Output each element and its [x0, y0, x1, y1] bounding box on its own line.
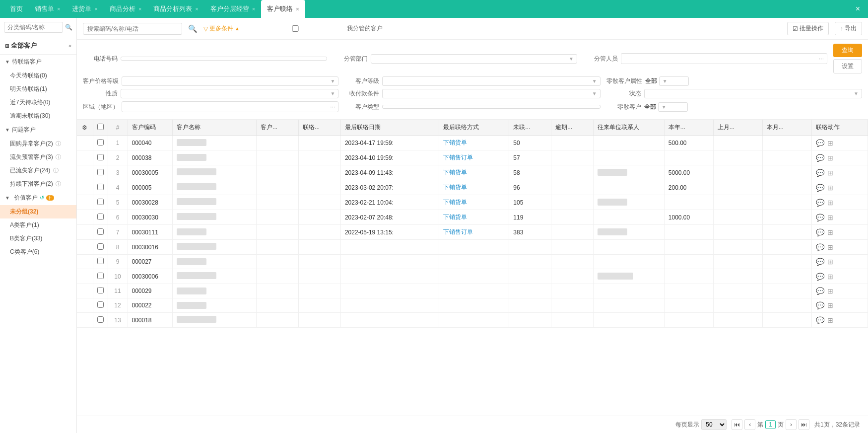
prev-page-button[interactable]: ‹	[744, 419, 755, 430]
sidebar-item-persistent-decline[interactable]: 持续下滑客户(2) ⓘ	[0, 177, 76, 191]
tab-sales[interactable]: 销售单 ×	[29, 0, 66, 18]
close-icon[interactable]: ×	[296, 6, 299, 12]
payment-terms-input[interactable]: ▼	[382, 89, 600, 98]
contact-method-link[interactable]: 下销货单	[443, 139, 467, 146]
table-no-contact-header[interactable]: 未联...	[509, 120, 551, 136]
close-icon[interactable]: ×	[94, 6, 97, 12]
row-checkbox-cell[interactable]	[93, 165, 108, 180]
reset-button[interactable]: 设置	[833, 59, 862, 73]
chat-icon[interactable]: 💬	[816, 258, 824, 266]
tab-customer-segment[interactable]: 客户分层经营 ×	[204, 0, 261, 18]
chat-icon[interactable]: 💬	[816, 184, 824, 192]
contact-method-link[interactable]: 下销售订单	[443, 154, 473, 161]
table-name-header[interactable]: 客户名称	[172, 120, 257, 136]
row-checkbox-cell[interactable]	[93, 180, 108, 195]
search-button[interactable]: 🔍	[188, 24, 198, 33]
customer-level-input[interactable]: ▼	[382, 76, 600, 86]
row-checkbox[interactable]	[97, 258, 104, 264]
chat-icon[interactable]: 💬	[816, 301, 824, 309]
select-all-checkbox[interactable]	[97, 124, 104, 130]
sidebar-item-loss-warning[interactable]: 流失预警客户(3) ⓘ	[0, 150, 76, 164]
table-last-contact-date-header[interactable]: 最后联络日期	[340, 120, 439, 136]
row-checkbox[interactable]	[97, 169, 104, 175]
sidebar-item-tomorrow[interactable]: 明天待联络(1)	[0, 82, 76, 96]
chat-icon[interactable]: 💬	[816, 169, 824, 177]
close-icon[interactable]: ×	[57, 6, 60, 12]
sidebar-item-abnormal-purchase[interactable]: 固购异常客户(2) ⓘ	[0, 137, 76, 150]
row-checkbox[interactable]	[97, 214, 104, 220]
row-checkbox-cell[interactable]	[93, 195, 108, 210]
customer-type-input[interactable]	[382, 105, 600, 109]
table-last-month-header[interactable]: 上月...	[713, 120, 762, 136]
close-icon[interactable]: ×	[195, 6, 198, 12]
table-contact-person-header[interactable]: 往来单位联系人	[593, 120, 664, 136]
status-input[interactable]: ▼	[644, 89, 862, 98]
sidebar-group-problem-customers[interactable]: ▼ 问题客户	[0, 123, 76, 137]
query-button[interactable]: 查询	[833, 44, 862, 57]
table-this-year-header[interactable]: 本年...	[664, 120, 713, 136]
more-conditions-button[interactable]: ▽ 更多条件 ▲	[203, 24, 240, 33]
grid-icon[interactable]: ⊞	[827, 258, 833, 266]
chat-icon[interactable]: 💬	[816, 287, 824, 295]
row-checkbox-cell[interactable]	[93, 136, 108, 150]
row-checkbox[interactable]	[97, 287, 104, 293]
row-checkbox[interactable]	[97, 154, 104, 160]
sidebar-item-lost[interactable]: 已流失客户(24) ⓘ	[0, 164, 76, 177]
chat-icon[interactable]: 💬	[816, 243, 824, 251]
grid-icon[interactable]: ⊞	[827, 301, 833, 309]
chat-icon[interactable]: 💬	[816, 214, 824, 221]
phone-input[interactable]	[121, 57, 327, 61]
export-button[interactable]: ↑ 导出	[835, 22, 862, 35]
grid-icon[interactable]: ⊞	[827, 154, 833, 162]
department-input[interactable]: ▼	[371, 54, 577, 64]
row-checkbox-cell[interactable]	[93, 150, 108, 165]
table-last-contact-method-header[interactable]: 最后联络方式	[439, 120, 509, 136]
per-page-select[interactable]: 50 100 200	[701, 419, 727, 430]
row-checkbox-cell[interactable]	[93, 284, 108, 298]
sidebar-item-group-b[interactable]: B类客户(33)	[0, 232, 76, 245]
window-close-button[interactable]: ×	[852, 4, 864, 13]
chat-icon[interactable]: 💬	[816, 139, 824, 147]
close-icon[interactable]: ×	[138, 6, 141, 12]
region-input[interactable]: ···	[122, 101, 338, 112]
row-checkbox-cell[interactable]	[93, 240, 108, 255]
row-checkbox[interactable]	[97, 228, 104, 235]
search-icon[interactable]: 🔍	[65, 24, 72, 31]
grid-icon[interactable]: ⊞	[827, 273, 833, 281]
row-checkbox-cell[interactable]	[93, 225, 108, 240]
chat-icon[interactable]: 💬	[816, 199, 824, 207]
contact-method-link[interactable]: 下销货单	[443, 184, 467, 191]
row-checkbox[interactable]	[97, 139, 104, 145]
retail-attr-input[interactable]: ▼	[659, 76, 689, 86]
grid-icon[interactable]: ⊞	[827, 169, 833, 177]
row-checkbox-cell[interactable]	[93, 255, 108, 269]
tab-product-analysis-list[interactable]: 商品分析列表 ×	[147, 0, 204, 18]
first-page-button[interactable]: ⏮	[732, 419, 742, 430]
sidebar-item-unclassified[interactable]: 未分组(32)	[0, 205, 76, 218]
contact-method-link[interactable]: 下销售订单	[443, 228, 473, 235]
row-checkbox-cell[interactable]	[93, 313, 108, 328]
batch-operation-button[interactable]: ☑ 批量操作	[787, 22, 829, 35]
all-customers-header[interactable]: ⊞ 全部客户 «	[0, 37, 76, 55]
contact-method-link[interactable]: 下销货单	[443, 199, 467, 206]
next-page-button[interactable]: ›	[786, 419, 797, 430]
my-customers-checkbox-label[interactable]: 我分管的客户	[246, 24, 383, 33]
row-checkbox[interactable]	[97, 273, 104, 279]
sidebar-group-value-customers[interactable]: ▼ 价值客户 ↺ F	[0, 191, 76, 205]
chat-icon[interactable]: 💬	[816, 273, 824, 281]
table-overdue-header[interactable]: 逾期...	[551, 120, 594, 136]
grid-icon[interactable]: ⊞	[827, 243, 833, 251]
contact-method-link[interactable]: 下销货单	[443, 169, 467, 176]
table-code-header[interactable]: 客户编码	[128, 120, 172, 136]
tab-home[interactable]: 首页	[4, 0, 29, 18]
row-checkbox[interactable]	[97, 316, 104, 323]
search-input[interactable]	[83, 23, 182, 35]
sidebar-item-group-a[interactable]: A类客户(1)	[0, 218, 76, 232]
chat-icon[interactable]: 💬	[816, 316, 824, 324]
table-contact-header[interactable]: 联络...	[299, 120, 341, 136]
grid-icon[interactable]: ⊞	[827, 228, 833, 236]
row-checkbox[interactable]	[97, 301, 104, 308]
last-page-button[interactable]: ⏭	[799, 419, 809, 430]
manager-input[interactable]: ···	[621, 53, 827, 64]
nature-input[interactable]: ▼	[121, 89, 338, 98]
